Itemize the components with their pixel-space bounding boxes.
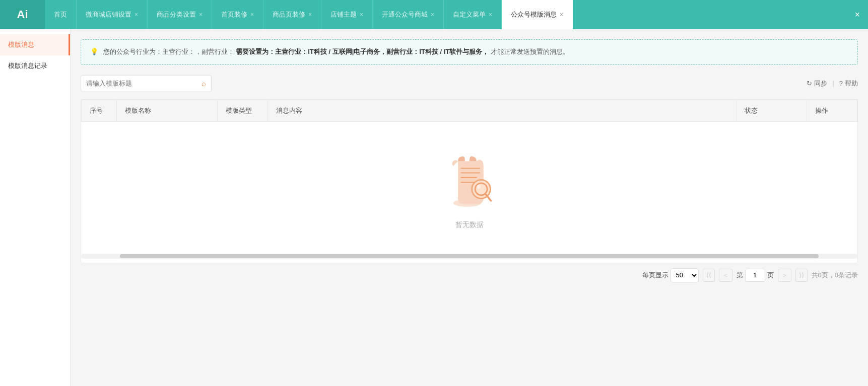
tab-custom-menu-close[interactable]: × (489, 11, 492, 18)
tab-custom-menu[interactable]: 自定义菜单 × (444, 0, 502, 29)
col-status: 状态 (737, 100, 807, 121)
tab-home-label: 首页 (54, 10, 67, 19)
svg-point-8 (477, 185, 480, 188)
tab-shop-theme-close[interactable]: × (360, 11, 363, 18)
tab-home[interactable]: 首页 (45, 0, 77, 29)
sync-label: 同步 (814, 79, 827, 88)
tab-template-msg-label: 公众号模版消息 (511, 10, 557, 19)
page-label-pre: 第 (737, 271, 743, 280)
tab-product-decor[interactable]: 商品页装修 × (263, 0, 321, 29)
tab-category-setting-label: 商品分类设置 (157, 10, 196, 19)
sidebar: 模版消息 模版消息记录 (0, 29, 71, 386)
tab-open-mall-close[interactable]: × (431, 11, 434, 18)
tab-open-mall[interactable]: 开通公众号商城 × (373, 0, 444, 29)
first-page-button[interactable]: ⟨⟨ (703, 269, 715, 282)
scrollbar-thumb[interactable] (120, 254, 819, 258)
top-navigation: Ai 首页 微商城店铺设置 × 商品分类设置 × 首页装修 × 商品页装修 × … (0, 0, 868, 29)
page-size-label: 每页显示 (642, 271, 669, 280)
search-bar: ⌕ ↻ 同步 | ? 帮助 (81, 75, 858, 92)
col-index: 序号 (82, 100, 117, 121)
sidebar-item-template-msg-label: 模版消息 (8, 41, 34, 48)
content-area: 💡 您的公众号行业为：主营行业：，副营行业： 需要设置为：主营行业：IT科技 /… (71, 29, 868, 386)
app-logo: Ai (0, 0, 45, 29)
table-wrapper: 序号 模版名称 模版类型 消息内容 状态 操作 (81, 99, 858, 263)
empty-state: 暂无数据 (81, 122, 857, 250)
tab-shop-theme-label: 店铺主题 (330, 10, 357, 19)
help-icon: ? (839, 80, 843, 87)
tab-category-setting[interactable]: 商品分类设置 × (148, 0, 212, 29)
bulb-icon: 💡 (90, 48, 98, 55)
sync-button[interactable]: ↻ 同步 (807, 79, 827, 88)
main-layout: 模版消息 模版消息记录 💡 您的公众号行业为：主营行业：，副营行业： 需要设置为… (0, 29, 868, 386)
sidebar-item-template-msg-log[interactable]: 模版消息记录 (0, 55, 70, 76)
table-header-row: 序号 模版名称 模版类型 消息内容 状态 操作 (82, 100, 857, 121)
page-number-input[interactable] (745, 269, 765, 282)
toolbar-separator: | (832, 80, 834, 87)
tab-custom-menu-label: 自定义菜单 (453, 10, 486, 19)
col-action: 操作 (807, 100, 857, 121)
search-input-wrapper: ⌕ (81, 75, 212, 92)
page-size-select: 每页显示 50 10 20 100 (642, 268, 699, 282)
info-banner-highlight: 需要设置为：主营行业：IT科技 / 互联网|电子商务，副营行业：IT科技 / I… (236, 48, 489, 55)
tab-product-decor-close[interactable]: × (308, 11, 312, 18)
toolbar-right: ↻ 同步 | ? 帮助 (807, 79, 858, 88)
tab-shop-setting[interactable]: 微商城店铺设置 × (77, 0, 148, 29)
tab-shop-theme[interactable]: 店铺主题 × (321, 0, 373, 29)
close-all-tabs-button[interactable]: × (846, 0, 868, 29)
next-page-button[interactable]: ＞ (778, 269, 791, 282)
sidebar-item-template-msg-log-label: 模版消息记录 (8, 62, 47, 69)
page-label-post: 页 (767, 271, 774, 280)
search-input[interactable] (86, 80, 202, 87)
tab-home-decor-close[interactable]: × (250, 11, 254, 18)
tab-shop-setting-label: 微商城店铺设置 (86, 10, 131, 19)
col-content: 消息内容 (268, 100, 737, 121)
nav-tabs-container: 首页 微商城店铺设置 × 商品分类设置 × 首页装修 × 商品页装修 × 店铺主… (45, 0, 846, 29)
data-table: 序号 模版名称 模版类型 消息内容 状态 操作 (81, 100, 857, 122)
horizontal-scrollbar[interactable] (81, 254, 857, 259)
page-size-dropdown[interactable]: 50 10 20 100 (671, 268, 699, 282)
empty-state-text: 暂无数据 (455, 220, 484, 229)
tab-category-setting-close[interactable]: × (199, 11, 203, 18)
info-banner-prefix: 您的公众号行业为：主营行业：，副营行业： (103, 48, 234, 55)
sidebar-item-template-msg[interactable]: 模版消息 (0, 34, 70, 55)
tab-home-decor[interactable]: 首页装修 × (212, 0, 263, 29)
prev-page-button[interactable]: ＜ (719, 269, 732, 282)
table-header: 序号 模版名称 模版类型 消息内容 状态 操作 (82, 100, 857, 121)
pagination: 每页显示 50 10 20 100 ⟨⟨ ＜ 第 页 ＞ ⟩⟩ 共0页，0条记录 (81, 263, 858, 284)
page-input-wrap: 第 页 (737, 269, 774, 282)
empty-illustration (439, 152, 500, 212)
tab-template-msg-close[interactable]: × (560, 11, 563, 18)
tab-template-msg[interactable]: 公众号模版消息 × (502, 0, 573, 29)
search-button[interactable]: ⌕ (202, 79, 206, 88)
info-banner: 💡 您的公众号行业为：主营行业：，副营行业： 需要设置为：主营行业：IT科技 /… (81, 39, 858, 65)
tab-product-decor-label: 商品页装修 (273, 10, 305, 19)
sync-icon: ↻ (807, 80, 812, 87)
tab-shop-setting-close[interactable]: × (135, 11, 138, 18)
tab-home-decor-label: 首页装修 (221, 10, 247, 19)
help-label: 帮助 (845, 79, 858, 88)
col-type: 模版类型 (218, 100, 268, 121)
col-name: 模版名称 (117, 100, 218, 121)
last-page-button[interactable]: ⟩⟩ (795, 269, 808, 282)
info-banner-suffix: 才能正常发送预置的消息。 (491, 48, 569, 55)
help-button[interactable]: ? 帮助 (839, 79, 858, 88)
tab-open-mall-label: 开通公众号商城 (382, 10, 428, 19)
total-info: 共0页，0条记录 (812, 271, 858, 280)
